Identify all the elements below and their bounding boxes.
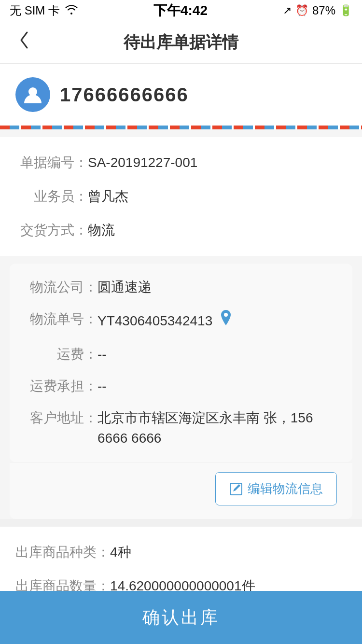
freight-bearer-label: 运费承担： <box>25 376 97 396</box>
order-id-row: 单据编号： SA-20191227-001 <box>15 153 347 173</box>
goods-type-value: 4种 <box>110 542 347 562</box>
logistics-company-label: 物流公司： <box>25 277 97 297</box>
logistics-card: 物流公司： 圆通速递 物流单号： YT43064053424​13 运费： --… <box>10 264 352 462</box>
confirm-button-bar[interactable]: 确认出库 <box>0 591 362 644</box>
address-value: 北京市市辖区海淀区永丰南 张，156 6666 6666 <box>97 408 337 448</box>
map-pin-icon[interactable] <box>218 309 234 333</box>
nav-bar: 待出库单据详情 <box>0 21 362 64</box>
svg-point-1 <box>224 313 228 317</box>
page-title: 待出库单据详情 <box>124 31 238 54</box>
dashed-divider <box>0 126 362 129</box>
edit-logistics-button[interactable]: 编辑物流信息 <box>215 472 337 505</box>
delivery-value: 物流 <box>88 220 347 240</box>
battery-icon: 🔋 <box>339 4 352 17</box>
wifi-icon <box>65 4 78 17</box>
freight-bearer-value: -- <box>97 376 337 396</box>
status-right: ↗ ⏰ 87% 🔋 <box>283 4 352 17</box>
edit-btn-container: 编辑物流信息 <box>10 462 352 519</box>
confirm-button-label: 确认出库 <box>142 606 220 630</box>
logistics-company-value: 圆通速递 <box>97 277 337 297</box>
freight-bearer-row: 运费承担： -- <box>25 376 337 396</box>
address-row: 客户地址： 北京市市辖区海淀区永丰南 张，156 6666 6666 <box>25 408 337 448</box>
agent-label: 业务员： <box>15 186 88 207</box>
customer-header: 17666666666 <box>0 64 362 126</box>
edit-logistics-label: 编辑物流信息 <box>248 480 323 497</box>
section-separator <box>0 519 362 527</box>
freight-row: 运费： -- <box>25 344 337 364</box>
delivery-label: 交货方式： <box>15 220 88 240</box>
order-info-section: 单据编号： SA-20191227-001 业务员： 曾凡杰 交货方式： 物流 <box>0 137 362 256</box>
delivery-row: 交货方式： 物流 <box>15 220 347 240</box>
battery-text: 87% <box>312 4 335 17</box>
logistics-company-row: 物流公司： 圆通速递 <box>25 277 337 297</box>
goods-type-row: 出库商品种类： 4种 <box>15 542 347 562</box>
avatar <box>15 77 50 112</box>
tracking-label: 物流单号： <box>25 309 97 329</box>
location-status-icon: ↗ <box>283 4 292 17</box>
agent-row: 业务员： 曾凡杰 <box>15 186 347 207</box>
order-id-value: SA-20191227-001 <box>88 153 347 173</box>
agent-value: 曾凡杰 <box>88 186 347 207</box>
goods-type-label: 出库商品种类： <box>15 542 110 562</box>
content-area: 17666666666 单据编号： SA-20191227-001 业务员： 曾… <box>0 64 362 644</box>
address-label: 客户地址： <box>25 408 97 428</box>
customer-phone: 17666666666 <box>60 84 189 106</box>
freight-value: -- <box>97 344 337 364</box>
status-bar: 无 SIM 卡 下午4:42 ↗ ⏰ 87% 🔋 <box>0 0 362 21</box>
status-left: 无 SIM 卡 <box>10 3 78 18</box>
tracking-value: YT43064053424​13 <box>97 309 337 333</box>
tracking-row: 物流单号： YT43064053424​13 <box>25 309 337 333</box>
back-button[interactable] <box>14 26 35 59</box>
carrier-text: 无 SIM 卡 <box>10 3 60 18</box>
alarm-icon: ⏰ <box>295 4 308 17</box>
status-time: 下午4:42 <box>153 1 208 20</box>
order-id-label: 单据编号： <box>15 153 88 173</box>
freight-label: 运费： <box>25 344 97 364</box>
